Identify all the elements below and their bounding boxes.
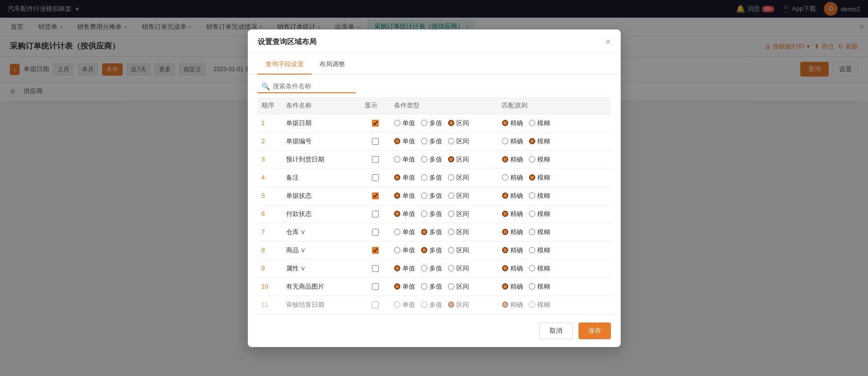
settings-dialog: 设置查询区域布局 × 查询字段设置 布局调整 🔍 顺序 条件名称 显示 (248, 29, 621, 102)
table-header: 顺序 条件名称 显示 条件类型 匹配原则 (258, 97, 611, 102)
search-box: 🔍 (258, 81, 356, 93)
dialog-tabs: 查询字段设置 布局调整 (248, 55, 621, 75)
header-display: 显示 (361, 101, 390, 102)
header-match: 匹配原则 (498, 101, 596, 102)
header-name: 条件名称 (282, 101, 361, 102)
header-type: 条件类型 (390, 101, 498, 102)
tab-layout[interactable]: 布局调整 (312, 55, 353, 75)
dialog-header: 设置查询区域布局 × (248, 29, 621, 53)
search-input[interactable] (273, 82, 351, 90)
search-icon: 🔍 (262, 82, 270, 90)
tab-field-settings[interactable]: 查询字段设置 (258, 55, 312, 75)
condition-table: 顺序 条件名称 显示 条件类型 匹配原则 1 单据日期 单值 多值 区间 (248, 97, 621, 102)
dialog-search-area: 🔍 (248, 75, 621, 97)
tab-layout-label: 布局调整 (319, 60, 345, 68)
modal-overlay: 设置查询区域布局 × 查询字段设置 布局调整 🔍 顺序 条件名称 显示 (0, 0, 868, 101)
dialog-close-button[interactable]: × (605, 37, 611, 46)
dialog-title: 设置查询区域布局 (258, 37, 316, 47)
header-order: 顺序 (258, 101, 282, 102)
tab-field-settings-label: 查询字段设置 (265, 60, 304, 68)
